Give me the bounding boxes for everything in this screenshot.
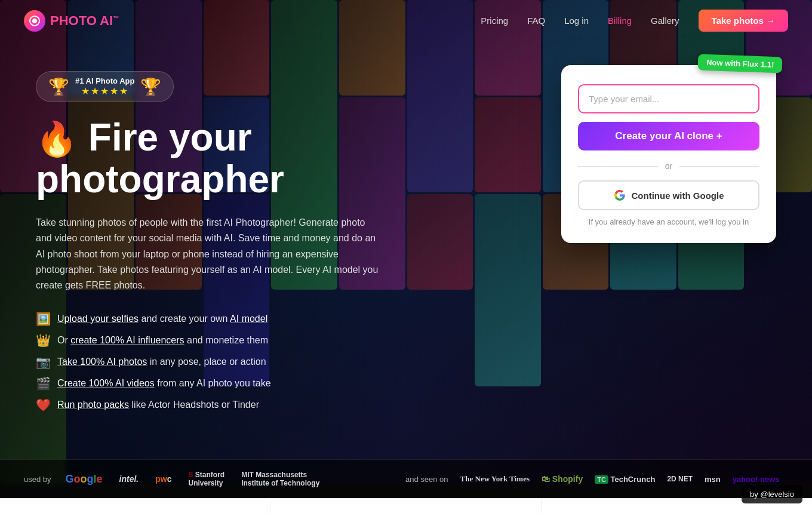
award-stars: ★★★★★ (75, 85, 134, 97)
photos-text: Take 100% AI photos in any pose, place o… (57, 357, 266, 367)
email-input[interactable] (578, 84, 759, 113)
photos-emoji: 📷 (36, 355, 51, 369)
videos-text: Create 100% AI videos from any AI photo … (57, 378, 271, 389)
logo-text: PHOTO AI™ (50, 13, 119, 29)
create-clone-button[interactable]: Create your AI clone + (578, 122, 759, 150)
nav-login[interactable]: Log in (564, 16, 589, 26)
testimonials-section: "Photo AI is making money by "Photo AI c… (0, 498, 812, 513)
nav-pricing[interactable]: Pricing (481, 16, 508, 26)
feature-item-selfies: 🖼️ Upload your selfies and create your o… (36, 312, 382, 326)
divider-text: or (665, 161, 672, 171)
logo[interactable]: PHOTO AI™ (24, 10, 119, 32)
feature-list: 🖼️ Upload your selfies and create your o… (36, 312, 382, 412)
brand-nyt: The New York Times (460, 474, 530, 484)
divider-line-right (679, 166, 759, 167)
google-logo (614, 189, 626, 201)
logo-icon (24, 10, 45, 32)
feature-item-videos: 🎬 Create 100% AI videos from any AI phot… (36, 376, 382, 391)
brand-mit: MIT MassachusettsInstitute of Technology (241, 471, 319, 487)
nav-cta-button[interactable]: Take photos → (699, 10, 788, 32)
brand-zdnet: 2D NET (667, 475, 693, 483)
headline-line1: Fire your (88, 116, 252, 159)
hero-left: 🏆 #1 AI Photo App ★★★★★ 🏆 🔥 Fire your ph… (36, 59, 382, 412)
hero-headline: 🔥 Fire your photographer (36, 116, 382, 201)
divider-line-left (578, 166, 658, 167)
award-badge: 🏆 #1 AI Photo App ★★★★★ 🏆 (36, 71, 174, 102)
selfies-emoji: 🖼️ (36, 312, 51, 326)
brand-stanford: S StanfordUniversity (189, 471, 225, 487)
brand-pwc: pwc (155, 474, 171, 484)
influencers-text: Or create 100% AI influencers and moneti… (57, 335, 268, 346)
nav-gallery[interactable]: Gallery (651, 16, 679, 26)
hero-description: Take stunning photos of people with the … (36, 215, 382, 294)
testimonial-card-1: "Photo AI is making money by (0, 498, 270, 513)
google-signin-button[interactable]: Continue with Google (578, 180, 759, 210)
brand-shopify: 🛍 Shopify (542, 474, 583, 484)
signin-note: If you already have an account, we'll lo… (578, 217, 759, 226)
brand-yahoo: yahoo! news (733, 475, 780, 484)
upload-selfies-link[interactable]: Upload your selfies (57, 314, 139, 324)
used-by-label: used by (24, 475, 51, 484)
laurel-left: 🏆 (48, 77, 69, 97)
influencers-emoji: 👑 (36, 333, 51, 348)
laurel-right: 🏆 (140, 77, 161, 97)
brand-logos: Google intel. pwc S StanfordUniversity M… (66, 471, 393, 487)
brand-intel: intel. (119, 474, 139, 484)
ai-videos-link[interactable]: Create 100% AI videos (57, 378, 155, 388)
seen-on-label: and seen on (405, 475, 448, 484)
fire-emoji: 🔥 (36, 120, 78, 158)
award-text: #1 AI Photo App ★★★★★ (75, 76, 134, 97)
flux-badge: Now with Flux 1.1! (697, 54, 782, 73)
signup-card: Now with Flux 1.1! Create your AI clone … (561, 65, 776, 243)
award-title: #1 AI Photo App (75, 76, 134, 85)
headline-line2: photographer (36, 158, 284, 201)
feature-item-influencers: 👑 Or create 100% AI influencers and mone… (36, 333, 382, 348)
brand-techcrunch: TC TechCrunch (595, 475, 655, 484)
testimonial-card-2: "Photo AI can help content (270, 498, 541, 513)
packs-text: Run photo packs like Actor Headshots or … (57, 400, 259, 410)
navbar: PHOTO AI™ Pricing FAQ Log in Billing Gal… (0, 0, 812, 41)
packs-emoji: ❤️ (36, 398, 51, 412)
ai-photos-link[interactable]: Take 100% AI photos (57, 357, 147, 367)
feature-item-photos: 📷 Take 100% AI photos in any pose, place… (36, 355, 382, 369)
feature-item-packs: ❤️ Run photo packs like Actor Headshots … (36, 398, 382, 412)
svg-point-1 (32, 19, 37, 23)
photo-packs-link[interactable]: Run photo packs (57, 400, 129, 410)
divider: or (578, 161, 759, 171)
hero-section: 🏆 #1 AI Photo App ★★★★★ 🏆 🔥 Fire your ph… (0, 41, 812, 459)
ai-model-link[interactable]: AI model (230, 314, 267, 324)
levelsio-badge: by @levelsio (742, 485, 802, 503)
brand-msn: msn (705, 475, 721, 484)
google-btn-text: Continue with Google (632, 191, 724, 201)
nav-faq[interactable]: FAQ (527, 16, 545, 26)
videos-emoji: 🎬 (36, 376, 51, 391)
nav-links: Pricing FAQ Log in Billing Gallery Take … (481, 10, 788, 32)
brand-google: Google (66, 473, 103, 486)
selfies-text: Upload your selfies and create your own … (57, 314, 267, 324)
brands-bar: used by Google intel. pwc S StanfordUniv… (0, 459, 812, 498)
ai-influencers-link[interactable]: create 100% AI influencers (70, 335, 184, 345)
media-logos: The New York Times 🛍 Shopify TC TechCrun… (460, 474, 788, 484)
nav-billing[interactable]: Billing (608, 16, 632, 26)
